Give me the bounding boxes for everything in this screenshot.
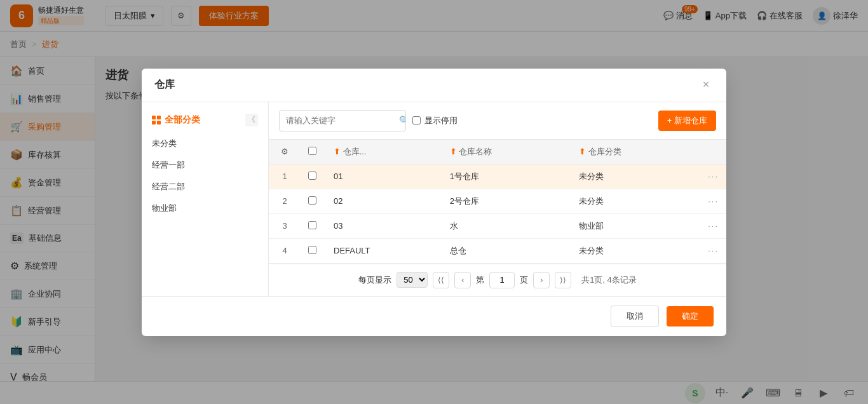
row-checkbox-3[interactable] — [301, 213, 326, 238]
row-checkbox-1[interactable] — [301, 164, 326, 189]
row-name-2: 2号仓库 — [442, 189, 571, 213]
right-toolbar-left: 🔍 显示停用 — [279, 110, 458, 131]
category-item-dept2[interactable]: 经营二部 — [142, 176, 268, 198]
cancel-button[interactable]: 取消 — [611, 306, 659, 327]
row-name-4: 总仓 — [442, 238, 571, 263]
row-num-4: 4 — [269, 238, 301, 263]
row-more-2[interactable]: ··· — [700, 189, 726, 213]
left-panel-title: 全部分类 — [152, 114, 200, 126]
row-more-1[interactable]: ··· — [700, 164, 726, 189]
row-code-4: DEFAULT — [326, 238, 442, 263]
left-panel-header: 全部分类 《 — [142, 110, 268, 133]
warehouse-table: ⚙ ⬆ 仓库... ⬆ — [269, 140, 726, 264]
next-page-button[interactable]: › — [533, 272, 550, 288]
first-page-button[interactable]: ⟨⟨ — [433, 272, 449, 288]
pagination: 每页显示 50 ⟨⟨ ‹ 第 页 › ⟩⟩ 共1页, 4条记录 — [269, 264, 726, 296]
row-category-1: 未分类 — [571, 164, 700, 189]
col-code: ⬆ 仓库... — [326, 140, 442, 165]
sort-icon: ⬆ — [334, 147, 341, 156]
search-button[interactable]: 🔍 — [399, 111, 406, 131]
modal-left-panel: 全部分类 《 未分类 经营一部 经营二部 物业部 — [142, 102, 269, 296]
row-category-3: 物业部 — [571, 213, 700, 238]
last-page-button[interactable]: ⟩⟩ — [555, 272, 571, 288]
table-header-row: ⚙ ⬆ 仓库... ⬆ — [269, 140, 726, 165]
modal-right-panel: 🔍 显示停用 + 新增仓库 — [269, 102, 726, 296]
col-checkbox — [301, 140, 326, 165]
table-row[interactable]: 3 03 水 物业部 ··· — [269, 213, 726, 238]
search-icon: 🔍 — [399, 116, 406, 125]
row-num-2: 2 — [269, 189, 301, 213]
row-name-1: 1号仓库 — [442, 164, 571, 189]
table-row[interactable]: 2 02 2号仓库 未分类 ··· — [269, 189, 726, 213]
prev-page-button[interactable]: ‹ — [454, 272, 471, 288]
col-name: ⬆ 仓库名称 — [442, 140, 571, 165]
page-size-select[interactable]: 50 — [397, 272, 428, 288]
modal-overlay: 仓库 × 全部分类 《 未分类 经营一部 — [0, 0, 868, 404]
modal-header: 仓库 × — [142, 69, 726, 102]
row-num-3: 3 — [269, 213, 301, 238]
category-item-dept1[interactable]: 经营一部 — [142, 154, 268, 176]
row-checkbox-2[interactable] — [301, 189, 326, 213]
modal-footer: 取消 确定 — [142, 296, 726, 336]
category-item-property[interactable]: 物业部 — [142, 198, 268, 219]
row-code-3: 03 — [326, 213, 442, 238]
sort-icon3: ⬆ — [579, 147, 586, 156]
search-input[interactable] — [280, 112, 399, 129]
col-category: ⬆ 仓库分类 — [571, 140, 700, 165]
row-num-1: 1 — [269, 164, 301, 189]
category-item-uncategorized[interactable]: 未分类 — [142, 133, 268, 154]
select-all-checkbox[interactable] — [308, 147, 316, 155]
category-icon — [152, 116, 161, 125]
page-info: 共1页, 4条记录 — [581, 274, 637, 286]
row-more-3[interactable]: ··· — [700, 213, 726, 238]
sort-icon2: ⬆ — [450, 147, 457, 156]
table-row[interactable]: 1 01 1号仓库 未分类 ··· — [269, 164, 726, 189]
row-code-1: 01 — [326, 164, 442, 189]
row-category-2: 未分类 — [571, 189, 700, 213]
search-box: 🔍 — [279, 110, 406, 131]
row-more-4[interactable]: ··· — [700, 238, 726, 263]
modal-close-button[interactable]: × — [698, 77, 714, 93]
add-warehouse-button[interactable]: + 新增仓库 — [658, 111, 716, 131]
row-code-2: 02 — [326, 189, 442, 213]
show-disabled-checkbox-label[interactable]: 显示停用 — [412, 115, 458, 126]
right-panel-toolbar: 🔍 显示停用 + 新增仓库 — [269, 102, 726, 140]
row-name-3: 水 — [442, 213, 571, 238]
confirm-button[interactable]: 确定 — [667, 306, 714, 327]
show-disabled-checkbox[interactable] — [412, 116, 421, 125]
col-action — [700, 140, 726, 165]
modal-title: 仓库 — [154, 78, 175, 91]
gear-col-icon: ⚙ — [281, 147, 288, 156]
table-row[interactable]: 4 DEFAULT 总仓 未分类 ··· — [269, 238, 726, 263]
warehouse-modal: 仓库 × 全部分类 《 未分类 经营一部 — [142, 69, 726, 336]
col-gear: ⚙ — [269, 140, 301, 165]
warehouse-table-container: ⚙ ⬆ 仓库... ⬆ — [269, 140, 726, 264]
page-input[interactable] — [489, 272, 515, 288]
collapse-button[interactable]: 《 — [245, 114, 258, 126]
modal-body: 全部分类 《 未分类 经营一部 经营二部 物业部 — [142, 102, 726, 296]
row-checkbox-4[interactable] — [301, 238, 326, 263]
row-category-4: 未分类 — [571, 238, 700, 263]
